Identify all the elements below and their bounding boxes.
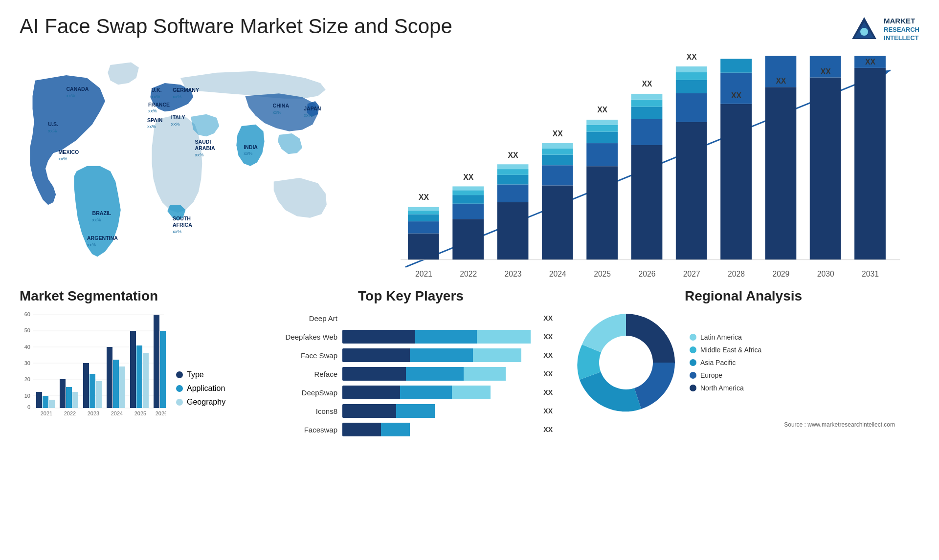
svg-rect-95 (810, 78, 841, 260)
svg-text:xx%: xx% (195, 152, 204, 157)
svg-text:2028: 2028 (728, 270, 745, 278)
reg-legend-latin-america: Latin America (690, 333, 761, 341)
bottom-area: Market Segmentation 60 50 40 30 20 10 0 (0, 288, 939, 451)
svg-text:2021: 2021 (41, 410, 52, 416)
svg-text:XX: XX (597, 106, 607, 114)
player-bar (342, 348, 535, 362)
svg-text:xx%: xx% (147, 124, 156, 129)
svg-rect-131 (136, 345, 142, 408)
segmentation-section: Market Segmentation 60 50 40 30 20 10 0 (20, 288, 254, 416)
svg-rect-46 (452, 190, 484, 195)
svg-rect-93 (765, 87, 796, 259)
svg-text:xx%: xx% (59, 156, 68, 161)
svg-text:2026: 2026 (638, 270, 655, 278)
svg-text:SPAIN: SPAIN (147, 117, 163, 123)
svg-text:XX: XX (687, 54, 697, 61)
player-name: DeepSwap (269, 388, 337, 397)
svg-text:JAPAN: JAPAN (304, 106, 321, 111)
svg-rect-50 (497, 184, 529, 202)
svg-text:xx%: xx% (151, 94, 160, 99)
svg-text:XX: XX (821, 67, 831, 76)
svg-rect-127 (107, 347, 112, 408)
svg-text:xx%: xx% (87, 242, 96, 247)
svg-rect-73 (676, 122, 707, 260)
svg-rect-123 (72, 392, 78, 408)
regional-title: Regional Analysis (572, 288, 915, 304)
svg-text:2031: 2031 (862, 270, 879, 278)
svg-text:2024: 2024 (111, 410, 123, 416)
svg-rect-124 (83, 363, 89, 408)
svg-rect-67 (631, 145, 663, 260)
svg-rect-47 (452, 186, 484, 190)
svg-rect-41 (408, 207, 439, 211)
svg-rect-55 (542, 185, 573, 259)
svg-rect-133 (154, 315, 159, 408)
svg-text:20: 20 (24, 376, 30, 382)
legend-item-geography: Geography (176, 398, 225, 407)
svg-text:AFRICA: AFRICA (173, 222, 192, 228)
svg-text:2029: 2029 (772, 270, 789, 278)
svg-text:2026: 2026 (156, 410, 166, 416)
svg-rect-132 (143, 353, 149, 408)
player-bar (342, 330, 535, 344)
svg-point-2 (860, 28, 868, 36)
svg-text:2024: 2024 (549, 270, 566, 278)
player-name: Deep Art (269, 314, 337, 323)
svg-text:10: 10 (24, 393, 30, 399)
svg-rect-49 (497, 202, 529, 260)
legend-item-type: Type (176, 370, 225, 379)
player-bar (342, 404, 535, 418)
svg-rect-39 (408, 214, 439, 221)
svg-rect-68 (631, 119, 663, 145)
svg-rect-126 (96, 381, 102, 408)
svg-text:xx%: xx% (173, 94, 182, 99)
reg-legend-north-america: North America (690, 384, 761, 392)
svg-text:SAUDI: SAUDI (195, 139, 211, 145)
stacked-bar-chart: XX XX XX XX (381, 54, 910, 288)
player-row-icons8: Icons8 XX (269, 404, 553, 418)
svg-rect-130 (130, 331, 136, 408)
svg-text:XX: XX (865, 58, 875, 66)
svg-rect-70 (631, 100, 663, 107)
svg-rect-128 (113, 360, 119, 408)
player-bar (342, 423, 535, 436)
svg-text:xx%: xx% (48, 128, 57, 133)
svg-text:INDIA: INDIA (244, 144, 258, 150)
svg-text:2023: 2023 (88, 410, 99, 416)
svg-rect-125 (89, 374, 95, 408)
svg-text:2022: 2022 (460, 270, 477, 278)
regional-section: Regional Analysis Latin Amer (567, 288, 919, 431)
svg-rect-97 (854, 68, 886, 260)
logo-area: MARKET RESEARCH INTELLECT (850, 15, 919, 44)
svg-text:ARGENTINA: ARGENTINA (87, 235, 118, 241)
svg-text:CHINA: CHINA (273, 103, 290, 108)
player-name: Reface (269, 370, 337, 378)
svg-rect-37 (408, 234, 439, 260)
svg-rect-76 (676, 72, 707, 80)
svg-text:2025: 2025 (594, 270, 611, 278)
svg-text:MEXICO: MEXICO (59, 149, 79, 155)
player-row-reface: Reface XX (269, 367, 553, 381)
legend-dot-geography (176, 399, 183, 406)
reg-dot-apac (690, 359, 696, 366)
reg-dot-europe (690, 372, 696, 379)
logo-icon (850, 15, 879, 44)
world-map-section: CANADA xx% U.S. xx% MEXICO xx% BRAZIL xx… (20, 49, 362, 288)
regional-content: Latin America Middle East & Africa Asia … (572, 309, 915, 416)
svg-rect-62 (586, 143, 618, 166)
player-bar (342, 386, 535, 399)
player-bar (342, 367, 535, 381)
player-row-deepswap: DeepSwap XX (269, 386, 553, 399)
svg-text:xx%: xx% (173, 229, 182, 234)
legend-item-application: Application (176, 384, 225, 393)
svg-text:XX: XX (508, 151, 518, 159)
svg-rect-59 (542, 143, 573, 149)
world-map-svg: CANADA xx% U.S. xx% MEXICO xx% BRAZIL xx… (20, 49, 362, 288)
regional-legend: Latin America Middle East & Africa Asia … (690, 333, 761, 392)
player-row-faceswap: Face Swap XX (269, 348, 553, 362)
source-text: Source : www.marketresearchintellect.com (572, 421, 915, 431)
segmentation-chart: 60 50 40 30 20 10 0 (20, 309, 166, 416)
svg-rect-57 (542, 155, 573, 166)
svg-text:CANADA: CANADA (66, 86, 89, 92)
svg-rect-120 (49, 400, 55, 408)
